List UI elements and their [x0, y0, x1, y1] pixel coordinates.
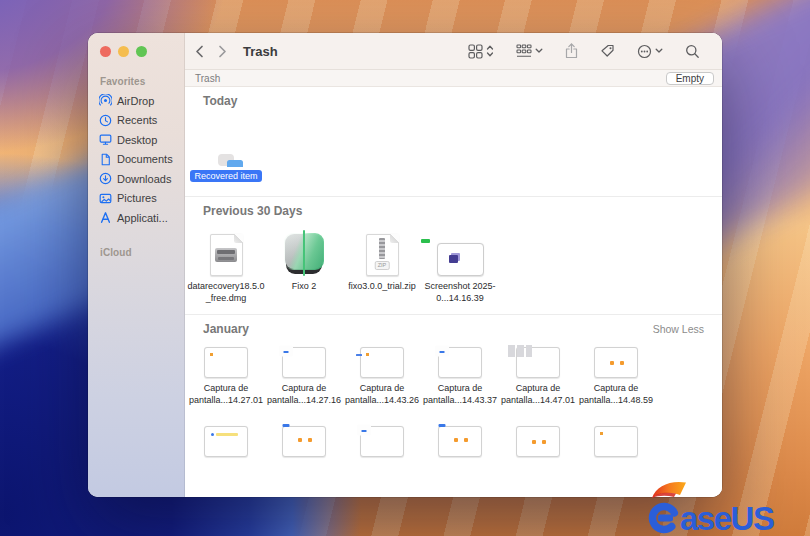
path-location: Trash: [195, 73, 220, 84]
download-icon: [99, 172, 112, 185]
file-item[interactable]: Captura de pantalla...14.43.26: [343, 342, 421, 406]
screenshot-thumbnail-icon[interactable]: [437, 243, 484, 276]
section-january: JanuaryShow LessCaptura de pantalla...14…: [185, 314, 722, 467]
items-grid: [185, 421, 722, 457]
file-item[interactable]: [343, 421, 421, 457]
applications-icon: [99, 211, 112, 224]
search-icon[interactable]: [685, 44, 700, 59]
file-item[interactable]: Captura de pantalla...14.27.01: [187, 342, 265, 406]
file-item-label: fixo3.0.0_trial.zip: [348, 280, 416, 292]
easeus-e-glyph: [648, 502, 680, 534]
file-item-label: Captura de pantalla...14.48.59: [577, 382, 655, 406]
view-grid-icon: [468, 44, 483, 59]
sidebar-items: AirDropRecentsDesktopDocumentsDownloadsP…: [88, 91, 184, 228]
airdrop-icon: [99, 94, 112, 107]
easeus-watermark: aseUS: [646, 479, 810, 535]
easeus-flame-icon: [652, 482, 686, 498]
file-item[interactable]: [499, 421, 577, 457]
zip-file-icon[interactable]: ZIP: [366, 234, 399, 276]
file-item[interactable]: ZIPfixo3.0.0_trial.zip: [343, 224, 421, 304]
screenshot-thumbnail-icon[interactable]: [438, 426, 482, 457]
screenshot-thumbnail-icon[interactable]: [438, 347, 482, 378]
file-item[interactable]: [265, 421, 343, 457]
finder-toolbar: Trash: [185, 33, 722, 70]
file-item[interactable]: Captura de pantalla...14.27.16: [265, 342, 343, 406]
sidebar-item-label: Pictures: [117, 192, 157, 204]
back-chevron-icon[interactable]: [195, 45, 204, 58]
more-options-control[interactable]: [637, 44, 663, 59]
file-item-label: Recovered item: [190, 170, 261, 182]
view-control[interactable]: [468, 44, 494, 59]
sidebar-item-desktop[interactable]: Desktop: [88, 130, 184, 150]
desktop-icon: [99, 133, 112, 146]
sidebar-item-label: Downloads: [117, 173, 171, 185]
zoom-button[interactable]: [136, 46, 147, 57]
share-icon[interactable]: [565, 43, 578, 59]
file-item-label: Captura de pantalla...14.43.37: [421, 382, 499, 406]
file-item-label: Captura de pantalla...14.43.26: [343, 382, 421, 406]
group-chevron-icon: [535, 48, 543, 54]
status-pathbar: Trash Empty: [185, 70, 722, 87]
screenshot-thumbnail-icon[interactable]: [204, 347, 248, 378]
sidebar-item-documents[interactable]: Documents: [88, 150, 184, 170]
screenshot-thumbnail-icon[interactable]: [282, 426, 326, 457]
file-item[interactable]: Screenshot 2025-0...14.16.39: [421, 224, 499, 304]
minimize-button[interactable]: [118, 46, 129, 57]
empty-trash-button[interactable]: Empty: [666, 72, 714, 85]
tags-icon[interactable]: [600, 44, 615, 59]
section-previous-30-days: Previous 30 Daysdatarecovery18.5.0_free.…: [185, 196, 722, 314]
file-item[interactable]: Captura de pantalla...14.48.59: [577, 342, 655, 406]
sidebar-item-label: Documents: [117, 153, 173, 165]
section-title: Previous 30 Days: [203, 204, 302, 218]
section-title: Today: [203, 94, 237, 108]
screenshot-thumbnail-icon[interactable]: [204, 426, 248, 457]
pictures-icon: [99, 192, 112, 205]
file-item[interactable]: Captura de pantalla...14.43.37: [421, 342, 499, 406]
sidebar-item-label: Applicati...: [117, 212, 168, 224]
screenshot-thumbnail-icon[interactable]: [360, 426, 404, 457]
file-item[interactable]: [577, 421, 655, 457]
screenshot-thumbnail-icon[interactable]: [360, 347, 404, 378]
selection-highlight: [218, 154, 234, 166]
sidebar-item-recents[interactable]: Recents: [88, 111, 184, 131]
file-browser-content: TodayRecovered itemPrevious 30 Daysdatar…: [185, 87, 722, 497]
file-item[interactable]: datarecovery18.5.0_free.dmg: [187, 224, 265, 304]
file-item-label: Captura de pantalla...14.27.16: [265, 382, 343, 406]
finder-window: Favorites AirDropRecentsDesktopDocuments…: [88, 33, 722, 497]
screenshot-thumbnail-icon[interactable]: [594, 426, 638, 457]
screenshot-thumbnail-icon[interactable]: [516, 347, 560, 378]
close-button[interactable]: [100, 46, 111, 57]
sidebar-item-label: Recents: [117, 114, 157, 126]
finder-main: Trash: [185, 33, 722, 497]
group-by-control[interactable]: [516, 44, 543, 58]
sidebar-icloud-header: iCloud: [88, 238, 184, 262]
show-less-link[interactable]: Show Less: [653, 323, 704, 335]
screenshot-thumbnail-icon[interactable]: [516, 426, 560, 457]
sidebar-item-airdrop[interactable]: AirDrop: [88, 91, 184, 111]
screenshot-thumbnail-icon[interactable]: [282, 347, 326, 378]
sidebar-item-applicati[interactable]: Applicati...: [88, 208, 184, 228]
forward-chevron-icon[interactable]: [218, 45, 227, 58]
fixo-app-icon[interactable]: [282, 231, 326, 276]
file-item[interactable]: [187, 421, 265, 457]
items-grid: Recovered item: [185, 114, 722, 182]
section-title: January: [203, 322, 249, 336]
file-item[interactable]: [421, 421, 499, 457]
file-item-label: Fixo 2: [292, 280, 317, 292]
sidebar-item-downloads[interactable]: Downloads: [88, 169, 184, 189]
file-item-label: Captura de pantalla...14.27.01: [187, 382, 265, 406]
file-item[interactable]: Captura de pantalla...14.47.01: [499, 342, 577, 406]
file-item[interactable]: Fixo 2: [265, 224, 343, 304]
file-item[interactable]: Recovered item: [187, 114, 265, 182]
screenshot-thumbnail-icon[interactable]: [594, 347, 638, 378]
dmg-file-icon[interactable]: [210, 234, 243, 276]
clock-icon: [99, 114, 112, 127]
items-grid: Captura de pantalla...14.27.01Captura de…: [185, 342, 722, 406]
section-today: TodayRecovered item: [185, 87, 722, 196]
file-item-label: Captura de pantalla...14.47.01: [499, 382, 577, 406]
document-icon: [99, 153, 112, 166]
sidebar-item-pictures[interactable]: Pictures: [88, 189, 184, 209]
group-by-icon: [516, 44, 532, 58]
more-options-icon: [637, 44, 652, 59]
file-item-label: Screenshot 2025-0...14.16.39: [421, 280, 499, 304]
